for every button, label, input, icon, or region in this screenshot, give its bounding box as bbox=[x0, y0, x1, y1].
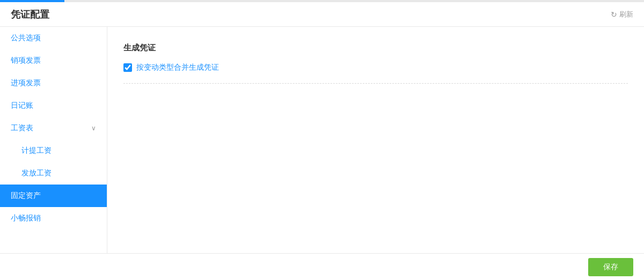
merge-by-type-label[interactable]: 按变动类型合并生成凭证 bbox=[136, 63, 219, 72]
page-header: 凭证配置 ↻ 刷新 bbox=[0, 2, 644, 27]
section-divider bbox=[123, 83, 628, 84]
refresh-button[interactable]: ↻ 刷新 bbox=[611, 10, 633, 19]
refresh-label: 刷新 bbox=[619, 10, 633, 19]
sidebar: 公共选项 销项发票 进项发票 日记账 工资表 ∨ 计提工资 发放工资 固定资产 … bbox=[0, 27, 107, 253]
merge-by-type-row: 按变动类型合并生成凭证 bbox=[123, 63, 628, 72]
sidebar-item-sales-invoice[interactable]: 销项发票 bbox=[0, 49, 107, 72]
content-area: 生成凭证 按变动类型合并生成凭证 bbox=[107, 27, 644, 253]
sidebar-item-label: 公共选项 bbox=[11, 33, 41, 43]
page-footer: 保存 bbox=[0, 253, 644, 280]
refresh-icon: ↻ bbox=[611, 10, 617, 19]
sidebar-item-expense-claim[interactable]: 小畅报销 bbox=[0, 207, 107, 230]
main-layout: 公共选项 销项发票 进项发票 日记账 工资表 ∨ 计提工资 发放工资 固定资产 … bbox=[0, 27, 644, 253]
sidebar-item-label: 发放工资 bbox=[21, 168, 52, 178]
chevron-down-icon: ∨ bbox=[91, 124, 96, 132]
save-button[interactable]: 保存 bbox=[588, 258, 633, 276]
page-title: 凭证配置 bbox=[11, 8, 49, 21]
sidebar-item-label: 进项发票 bbox=[11, 78, 41, 88]
sidebar-item-calculate-payroll[interactable]: 计提工资 bbox=[0, 139, 107, 162]
sidebar-item-label: 工资表 bbox=[11, 123, 33, 133]
sidebar-item-purchase-invoice[interactable]: 进项发票 bbox=[0, 72, 107, 94]
sidebar-item-pay-payroll[interactable]: 发放工资 bbox=[0, 162, 107, 185]
sidebar-item-fixed-assets[interactable]: 固定资产 bbox=[0, 185, 107, 207]
merge-by-type-checkbox[interactable] bbox=[123, 63, 132, 72]
sidebar-item-label: 销项发票 bbox=[11, 56, 41, 65]
sidebar-item-journal[interactable]: 日记账 bbox=[0, 94, 107, 117]
section-title: 生成凭证 bbox=[123, 43, 628, 53]
sidebar-item-label: 日记账 bbox=[11, 101, 33, 110]
sidebar-item-label: 计提工资 bbox=[21, 146, 52, 156]
sidebar-item-payroll-table[interactable]: 工资表 ∨ bbox=[0, 117, 107, 139]
top-tab-active-indicator bbox=[0, 0, 64, 2]
sidebar-item-label: 小畅报销 bbox=[11, 213, 41, 223]
sidebar-item-public-options[interactable]: 公共选项 bbox=[0, 27, 107, 49]
sidebar-item-label: 固定资产 bbox=[11, 191, 41, 201]
top-tab-area bbox=[0, 0, 644, 2]
